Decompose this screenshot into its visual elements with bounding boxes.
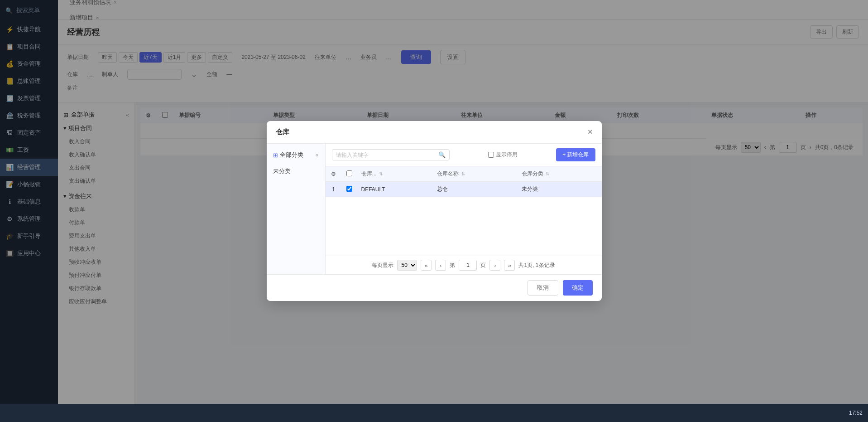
- row-category: 未分类: [517, 182, 602, 197]
- hashtag-icon: ⊞: [273, 152, 278, 159]
- modal-table-wrap: ⚙ 仓库... ⇅ 仓库名称 ⇅: [326, 166, 602, 256]
- modal-actions: 取消 确定: [267, 274, 602, 301]
- modal-per-page-select[interactable]: 50: [397, 260, 417, 271]
- modal-prev-page[interactable]: ‹: [435, 260, 446, 271]
- add-warehouse-button[interactable]: + 新增仓库: [556, 148, 595, 161]
- modal-table-row[interactable]: 1 DEFAULT 总仓 未分类: [326, 182, 602, 197]
- modal-first-page[interactable]: «: [421, 260, 432, 271]
- modal-last-page[interactable]: »: [504, 260, 515, 271]
- show-disabled-input[interactable]: [488, 152, 494, 158]
- modal-next-page[interactable]: ›: [489, 260, 500, 271]
- row-checkbox[interactable]: [342, 182, 357, 197]
- modal-close-button[interactable]: ×: [588, 127, 593, 137]
- row-name: 总仓: [432, 182, 517, 197]
- modal-sidebar-scroll: [267, 179, 325, 270]
- col-checkbox: [342, 166, 357, 182]
- cancel-button[interactable]: 取消: [528, 280, 558, 296]
- select-all-checkbox[interactable]: [346, 170, 352, 176]
- modal-table: ⚙ 仓库... ⇅ 仓库名称 ⇅: [326, 166, 602, 197]
- modal-total: 共1页, 1条记录: [518, 262, 555, 269]
- modal-sidebar-collapse[interactable]: «: [316, 152, 319, 158]
- modal-main: 🔍 显示停用 + 新增仓库 ⚙: [326, 144, 602, 274]
- modal-page-suffix: 页: [480, 262, 486, 269]
- row-index: 1: [326, 182, 342, 197]
- modal-table-header: ⚙ 仓库... ⇅ 仓库名称 ⇅: [326, 166, 602, 182]
- taskbar: 17:52: [0, 404, 868, 422]
- modal-page-label: 第: [450, 262, 455, 269]
- col-name[interactable]: 仓库名称 ⇅: [432, 166, 517, 182]
- modal-table-body: 1 DEFAULT 总仓 未分类: [326, 182, 602, 197]
- row-cb[interactable]: [346, 186, 352, 192]
- modal-body: ⊞ 全部分类 « 未分类 🔍: [267, 144, 602, 274]
- col-code[interactable]: 仓库... ⇅: [357, 166, 433, 182]
- taskbar-time: 17:52: [849, 410, 863, 416]
- modal-unclassified-label: 未分类: [273, 167, 291, 175]
- modal-header: 仓库 ×: [267, 121, 602, 144]
- modal-title: 仓库: [276, 128, 289, 136]
- modal-per-page-label: 每页显示: [372, 262, 393, 269]
- modal-toolbar: 🔍 显示停用 + 新增仓库: [326, 144, 602, 166]
- modal-search-box[interactable]: 🔍: [332, 149, 450, 160]
- modal-pagination: 每页显示 50 « ‹ 第 页 › » 共1页, 1条记录: [326, 256, 602, 274]
- confirm-button[interactable]: 确定: [563, 280, 593, 296]
- col-category[interactable]: 仓库分类 ⇅: [517, 166, 602, 182]
- modal-search-icon: 🔍: [438, 151, 446, 158]
- show-disabled-checkbox[interactable]: 显示停用: [488, 151, 518, 159]
- modal-sidebar: ⊞ 全部分类 « 未分类: [267, 144, 326, 274]
- modal-unclassified-item[interactable]: 未分类: [267, 164, 325, 179]
- warehouse-modal: 仓库 × ⊞ 全部分类 « 未分类: [267, 121, 602, 301]
- modal-all-category[interactable]: ⊞ 全部分类: [273, 151, 303, 159]
- modal-search-input[interactable]: [336, 152, 436, 158]
- row-code: DEFAULT: [357, 182, 433, 197]
- modal-overlay: 仓库 × ⊞ 全部分类 « 未分类: [0, 0, 868, 422]
- col-settings[interactable]: ⚙: [326, 166, 342, 182]
- modal-all-category-label: 全部分类: [280, 151, 303, 159]
- modal-page-input[interactable]: [459, 260, 477, 271]
- show-disabled-label: 显示停用: [496, 151, 518, 159]
